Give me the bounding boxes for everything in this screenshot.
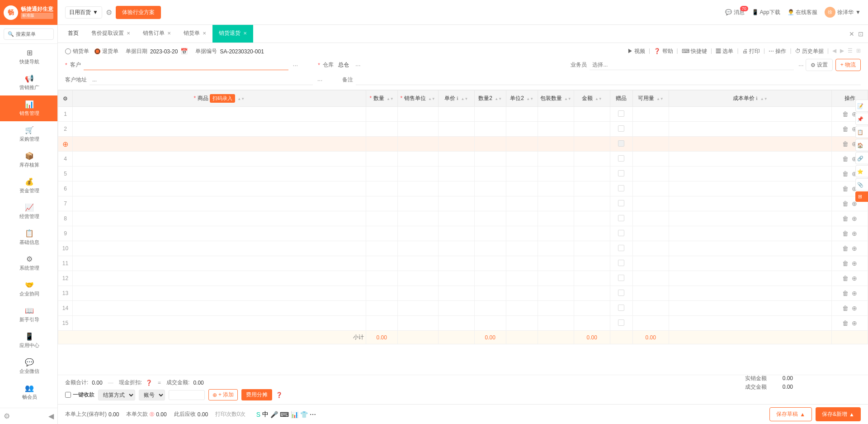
scan-input-button[interactable]: 扫码录入 xyxy=(210,94,235,103)
delete-row-5-btn[interactable]: 🗑 xyxy=(841,169,849,178)
row-amount-3[interactable] xyxy=(574,137,610,152)
delivery-radio-input[interactable] xyxy=(65,48,71,54)
delete-row-4-btn[interactable]: 🗑 xyxy=(841,154,849,163)
copy-row-13-btn[interactable]: ⊕ xyxy=(851,289,858,298)
nav-prev-btn[interactable]: ◀ xyxy=(832,48,836,55)
price-settings-close-icon[interactable]: ✕ xyxy=(127,31,130,36)
row-gift-5[interactable] xyxy=(610,167,632,181)
settings-button[interactable]: ⚙ xyxy=(4,412,10,420)
row-amount-5[interactable] xyxy=(574,167,610,181)
row-pack-4[interactable] xyxy=(538,152,574,167)
gift-checkbox-2[interactable] xyxy=(618,125,624,132)
right-panel-btn-active[interactable]: ⊞ xyxy=(855,191,868,202)
unit2-sort-icon[interactable]: ▲▼ xyxy=(526,97,533,101)
col-gear[interactable]: ⚙ xyxy=(58,91,73,107)
tab-expand-button[interactable]: ⊡ xyxy=(857,29,864,38)
row-unit2-2[interactable] xyxy=(506,122,538,137)
gift-checkbox-13[interactable] xyxy=(618,290,624,296)
sidebar-item-inventory[interactable]: 📦 库存核算 xyxy=(0,147,57,173)
amount-sort-icon[interactable]: ▲▼ xyxy=(595,97,602,101)
delete-row-6-btn[interactable]: 🗑 xyxy=(841,184,849,193)
row-amount-4[interactable] xyxy=(574,152,610,167)
row-amount-1[interactable] xyxy=(574,107,610,122)
tab-home[interactable]: 首页 xyxy=(61,25,85,43)
payment-amount-input[interactable] xyxy=(169,390,205,400)
tab-sales-return[interactable]: 销货退货 ✕ xyxy=(212,25,253,43)
delete-row-10-btn[interactable]: 🗑 xyxy=(841,244,849,253)
row-unit-4[interactable] xyxy=(397,152,438,167)
copy-row-12-btn[interactable]: ⊕ xyxy=(851,274,858,283)
tab-sales-order[interactable]: 销售订单 ✕ xyxy=(137,25,177,43)
row-qty2-5[interactable] xyxy=(474,167,506,181)
sidebar-item-ops[interactable]: 📈 经营管理 xyxy=(0,199,57,224)
row-unit2-3[interactable] xyxy=(506,137,538,152)
delivery-radio-item[interactable]: 销货单 xyxy=(65,48,89,55)
row-cost-4[interactable] xyxy=(669,152,831,167)
row-qty-1[interactable] xyxy=(366,107,397,122)
gift-checkbox-11[interactable] xyxy=(618,260,624,266)
price-info-icon[interactable]: ℹ xyxy=(457,96,458,101)
row-cost-5[interactable] xyxy=(669,167,831,181)
tab-sales-delivery[interactable]: 销货单 ✕ xyxy=(177,25,212,43)
row-cost-1[interactable] xyxy=(669,107,831,122)
table-scroll-container[interactable]: ⚙ * 商品 扫码录入 ▲▼ * 数量 ▲▼ xyxy=(58,90,868,375)
right-panel-btn-1[interactable]: 📝 xyxy=(855,100,868,112)
gift-checkbox-12[interactable] xyxy=(618,275,624,281)
save-draft-button[interactable]: 保存草稿 ▲ xyxy=(769,407,812,421)
sidebar-item-wechat[interactable]: 💬 企业微信 xyxy=(0,353,57,379)
product-sort-icon[interactable]: ▲▼ xyxy=(237,97,245,101)
row-unit2-4[interactable] xyxy=(506,152,538,167)
salesperson-select-btn[interactable]: ··· xyxy=(797,62,806,69)
return-radio-input[interactable] xyxy=(94,48,100,54)
right-panel-btn-7[interactable]: 📎 xyxy=(855,178,868,191)
view-list-icon[interactable]: ☰ xyxy=(848,48,853,55)
shortcut-btn[interactable]: ⌨ 快捷键 xyxy=(682,48,707,55)
row-qty-5[interactable] xyxy=(366,167,397,181)
row-product-1[interactable] xyxy=(73,107,366,122)
row-available-1[interactable] xyxy=(632,107,669,122)
owe-info-icon[interactable]: ⓪ xyxy=(150,411,154,418)
copy-row-15-btn[interactable]: ⊕ xyxy=(851,319,858,328)
row-available-3[interactable] xyxy=(632,137,669,152)
sidebar-item-promo[interactable]: 📢 营销推广 xyxy=(0,70,57,95)
row-pack-1[interactable] xyxy=(538,107,574,122)
table-gear-icon[interactable]: ⚙ xyxy=(63,95,68,102)
sidebar-item-guide[interactable]: 📖 新手引导 xyxy=(0,302,57,328)
user-menu[interactable]: 徐 徐泽华 ▼ xyxy=(825,7,861,18)
date-picker-icon[interactable]: 📅 xyxy=(180,48,188,55)
one-click-checkbox-input[interactable] xyxy=(65,392,71,398)
delete-row-15-btn[interactable]: 🗑 xyxy=(841,319,849,328)
right-panel-btn-6[interactable]: ⭐ xyxy=(855,165,868,177)
sidebar-item-sales[interactable]: 📊 销售管理 xyxy=(0,95,57,121)
return-radio-item[interactable]: 退货单 xyxy=(94,48,118,55)
row-qty-3[interactable] xyxy=(366,137,397,152)
delete-row-3-btn[interactable]: 🗑 xyxy=(841,139,849,148)
unit-sort-icon[interactable]: ▲▼ xyxy=(428,97,435,101)
available-sort-icon[interactable]: ▲▼ xyxy=(656,97,664,101)
right-panel-btn-2[interactable]: 📌 xyxy=(855,113,868,125)
help-btn[interactable]: ❓ 帮助 xyxy=(654,48,673,55)
row-gift-4[interactable] xyxy=(610,152,632,167)
qty2-sort-icon[interactable]: ▲▼ xyxy=(495,97,502,101)
address-input[interactable] xyxy=(90,75,313,85)
row-unit-2[interactable] xyxy=(397,122,438,137)
gift-checkbox-14[interactable] xyxy=(618,305,624,311)
video-btn[interactable]: ▶ 视频 xyxy=(627,48,645,55)
right-panel-btn-5[interactable]: 🔗 xyxy=(855,152,868,164)
add-payment-button[interactable]: ⊕ + 添加 xyxy=(208,389,238,400)
salesperson-input[interactable] xyxy=(590,60,794,70)
row-pack-3[interactable] xyxy=(538,137,574,152)
cost-price-info-icon[interactable]: ℹ xyxy=(756,96,758,101)
fee-split-button[interactable]: 费用分摊 xyxy=(241,389,272,400)
customer-select-btn[interactable]: ··· xyxy=(291,62,300,69)
tab-close-all-button[interactable]: ✕ xyxy=(848,29,855,38)
price-sort-icon[interactable]: ▲▼ xyxy=(461,97,468,101)
right-panel-btn-3[interactable]: 📋 xyxy=(855,126,868,138)
action-btn[interactable]: ⋯ 操作 xyxy=(769,48,786,55)
row-qty2-3[interactable] xyxy=(474,137,506,152)
message-button[interactable]: 💬 消息 70 xyxy=(725,9,744,16)
row-pack-5[interactable] xyxy=(538,167,574,181)
row-available-4[interactable] xyxy=(632,152,669,167)
copy-row-9-btn[interactable]: ⊕ xyxy=(851,229,858,238)
search-menu-button[interactable]: 🔍 搜索菜单 xyxy=(4,29,54,40)
